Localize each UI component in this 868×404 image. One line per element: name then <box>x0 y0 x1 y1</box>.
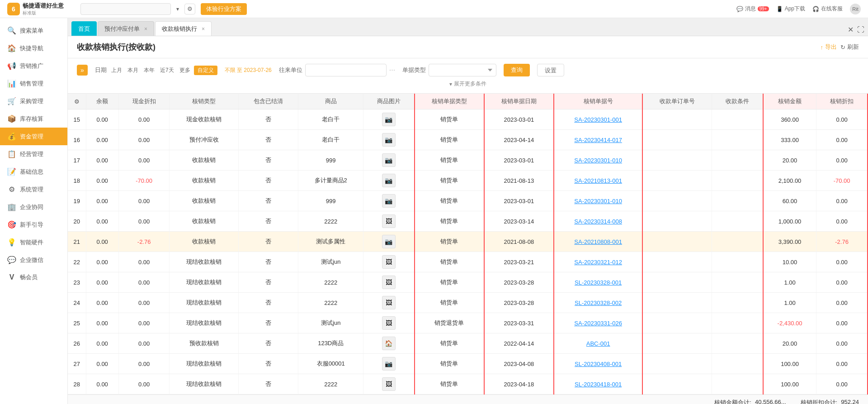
td-balance: 0.00 <box>86 374 118 394</box>
td-bill-no[interactable]: SL-20230408-001 <box>554 354 642 374</box>
td-bill-no[interactable]: SA-20210813-001 <box>554 171 642 191</box>
sidebar-item-purchase[interactable]: 🛒 采购管理 <box>0 92 67 110</box>
td-bill-no[interactable]: SL-20230418-001 <box>554 374 642 394</box>
tab-verify-close[interactable]: × <box>202 26 205 32</box>
bill-no-link[interactable]: SA-20230301-010 <box>574 198 622 204</box>
gear-button[interactable]: ⚙ <box>184 4 195 14</box>
th-bill-type: 核销单据类型 <box>415 94 484 109</box>
td-bill-no[interactable]: SA-20230321-012 <box>554 252 642 272</box>
tab-prepay-close[interactable]: × <box>144 26 147 32</box>
export-button[interactable]: ↑ 导出 <box>821 43 837 51</box>
td-verify-type: 现结收款核销 <box>170 293 239 313</box>
sidebar-item-wechat[interactable]: 💬 企业微信 <box>0 251 67 269</box>
headset-icon: 🎧 <box>812 6 819 12</box>
sidebar-item-quicknav[interactable]: 🏠 快捷导航 <box>0 39 67 57</box>
export-icon: ↑ <box>821 44 824 51</box>
td-receipt-order-no <box>642 232 712 252</box>
td-bill-type: 销货单 <box>415 272 484 293</box>
sidebar-item-business[interactable]: 📋 经营管理 <box>0 145 67 163</box>
td-cash-discount: 0.00 <box>118 191 169 211</box>
td-receipt-condition <box>712 211 763 232</box>
td-bill-date: 2023-03-01 <box>484 150 554 171</box>
settings-button[interactable]: 设置 <box>537 64 564 76</box>
td-bill-no[interactable]: SA-20230331-026 <box>554 313 642 333</box>
bill-no-link[interactable]: SL-20230328-001 <box>575 279 622 286</box>
td-bill-no[interactable]: ABC-001 <box>554 333 642 354</box>
sidebar-item-marketing[interactable]: 📢 营销推广 <box>0 57 67 75</box>
bill-no-link[interactable]: SL-20230328-002 <box>575 299 622 306</box>
td-cash-discount: 0.00 <box>118 354 169 374</box>
date-opt-more[interactable]: 更多 <box>178 66 192 75</box>
tab-home[interactable]: 首页 <box>71 21 97 36</box>
table-row: 23 0.00 0.00 现结收款核销 否 2222 🖼 销货单 2023-03… <box>68 272 868 293</box>
td-bill-no[interactable]: SL-20230328-002 <box>554 293 642 313</box>
sidebar-item-collab[interactable]: 🏢 企业协同 <box>0 198 67 216</box>
td-goods: 999 <box>298 191 363 211</box>
sidebar-item-label: 系统管理 <box>20 185 43 194</box>
td-bill-no[interactable]: SA-20230414-017 <box>554 130 642 150</box>
td-receipt-condition <box>712 354 763 374</box>
td-bill-no[interactable]: SA-20230301-001 <box>554 109 642 130</box>
tab-verify[interactable]: 收款核销执行 × <box>155 21 212 36</box>
td-bill-no[interactable]: SA-20230301-010 <box>554 150 642 171</box>
bill-no-link[interactable]: SA-20230414-017 <box>574 137 622 143</box>
td-cash-discount: 0.00 <box>118 109 169 130</box>
sidebar-item-inventory[interactable]: 📦 库存核算 <box>0 110 67 128</box>
sidebar-item-sales[interactable]: 📊 销售管理 <box>0 75 67 92</box>
th-goods: 商品 <box>298 94 363 109</box>
th-settings[interactable]: ⚙ <box>68 94 86 109</box>
filter-toggle-button[interactable]: » <box>77 65 88 76</box>
dropdown-chevron[interactable]: ▾ <box>176 6 179 12</box>
query-button[interactable]: 查询 <box>504 64 530 76</box>
tab-close-window-button[interactable]: ✕ <box>848 25 854 34</box>
sidebar-item-label: 库存核算 <box>20 115 43 123</box>
date-opt-lastmonth[interactable]: 上月 <box>109 66 124 75</box>
bill-type-select[interactable] <box>429 64 496 76</box>
expand-conditions-button[interactable]: ▾ 展开更多条件 <box>449 80 486 88</box>
column-settings-icon[interactable]: ⚙ <box>74 98 80 105</box>
td-verify-amount: 100.00 <box>763 374 816 394</box>
sidebar-item-search[interactable]: 🔍 搜索菜单 <box>0 22 67 39</box>
bill-no-link[interactable]: SA-20230331-026 <box>574 320 622 327</box>
sidebar-item-hardware[interactable]: 💡 智能硬件 <box>0 233 67 251</box>
bill-no-link[interactable]: SL-20230418-001 <box>575 381 622 388</box>
td-bill-no[interactable]: SA-20230314-008 <box>554 211 642 232</box>
user-avatar[interactable]: Rit <box>850 4 861 14</box>
sidebar-item-basicinfo[interactable]: 📝 基础信息 <box>0 163 67 181</box>
table-row: 17 0.00 0.00 收款核销 否 999 📷 销货单 2023-03-01… <box>68 150 868 171</box>
bill-no-link[interactable]: SL-20230408-001 <box>575 361 622 367</box>
td-bill-no[interactable]: SA-20210808-001 <box>554 232 642 252</box>
bill-no-link[interactable]: SA-20210813-001 <box>574 177 622 184</box>
sidebar-item-system[interactable]: ⚙ 系统管理 <box>0 181 67 198</box>
td-no: 15 <box>68 109 86 130</box>
online-service-button[interactable]: 🎧 在线客服 <box>812 5 843 13</box>
from-unit-input[interactable] <box>305 64 387 76</box>
bill-no-link[interactable]: SA-20230314-008 <box>574 218 622 225</box>
td-bill-no[interactable]: SL-20230328-001 <box>554 272 642 293</box>
sidebar-item-member[interactable]: V 畅会员 <box>0 269 67 286</box>
tab-maximize-button[interactable]: ⛶ <box>857 26 864 34</box>
td-bill-no[interactable]: SA-20230301-010 <box>554 191 642 211</box>
sidebar-item-guide[interactable]: 🎯 新手引导 <box>0 216 67 233</box>
tab-prepay[interactable]: 预付冲应付单 × <box>98 21 154 36</box>
bill-no-link[interactable]: SA-20230321-012 <box>574 259 622 266</box>
bill-no-link[interactable]: SA-20230301-010 <box>574 157 622 164</box>
td-verify-discount: 0.00 <box>816 272 868 293</box>
th-include-settled: 包含已结清 <box>238 94 298 109</box>
date-opt-7days[interactable]: 近7天 <box>158 66 176 75</box>
page-actions: ↑ 导出 ↻ 刷新 <box>821 43 859 57</box>
notif-label: 消息 <box>745 5 756 13</box>
sidebar-item-finance[interactable]: 💰 资金管理 <box>0 128 67 145</box>
td-no: 23 <box>68 272 86 293</box>
date-opt-thismonth[interactable]: 本月 <box>126 66 140 75</box>
bill-no-link[interactable]: SA-20230301-001 <box>574 116 622 123</box>
notification-button[interactable]: 💬 消息 99+ <box>736 5 769 13</box>
bill-no-link[interactable]: ABC-001 <box>586 340 610 347</box>
date-custom-button[interactable]: 自定义 <box>194 66 217 75</box>
refresh-button[interactable]: ↻ 刷新 <box>840 43 859 51</box>
app-download-button[interactable]: 📱 App下载 <box>776 5 805 13</box>
date-opt-thisyear[interactable]: 本年 <box>142 66 156 75</box>
top-search[interactable] <box>80 3 171 15</box>
industry-button[interactable]: 体验行业方案 <box>201 3 247 15</box>
bill-no-link[interactable]: SA-20210808-001 <box>574 238 622 245</box>
